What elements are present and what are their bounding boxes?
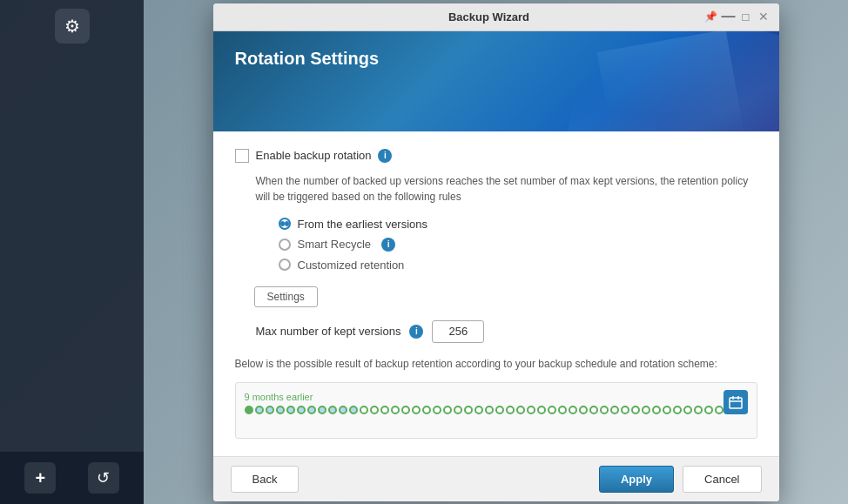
radio-row-smart: Smart Recycle i [279, 238, 757, 252]
below-description: Below is the possible result of backup r… [235, 356, 757, 372]
pin-button[interactable]: 📌 [704, 10, 718, 24]
timeline-dot [422, 406, 431, 414]
radio-row-earliest: From the earliest versions [279, 218, 757, 231]
timeline-dot [339, 406, 347, 414]
max-versions-row: Max number of kept versions i [256, 320, 757, 343]
radio-label-smart: Smart Recycle [298, 238, 372, 251]
add-button[interactable]: + [24, 462, 56, 494]
close-button[interactable]: ✕ [757, 10, 771, 24]
timeline-dot [558, 406, 567, 414]
timeline-dot [652, 406, 661, 414]
timeline-dot [589, 406, 598, 414]
timeline-dot [663, 406, 671, 414]
title-bar-controls: 📌 — □ ✕ [704, 10, 771, 24]
history-button[interactable]: ↺ [88, 462, 119, 494]
timeline-dot [579, 406, 588, 414]
footer: Back Apply Cancel [213, 456, 779, 501]
timeline-dot [276, 406, 285, 414]
timeline-dot [433, 406, 441, 414]
timeline-label: 9 months earlier [245, 392, 748, 402]
timeline-dot [516, 406, 525, 414]
timeline-dot [328, 406, 337, 414]
header-banner: Rotation Settings [213, 31, 779, 131]
timeline-dot [621, 406, 629, 414]
timeline-dot [286, 406, 295, 414]
timeline-dot [401, 406, 410, 414]
taskbar-bottom: + ↺ [0, 452, 144, 504]
timeline-dot [474, 406, 483, 414]
header-title: Rotation Settings [235, 49, 757, 69]
timeline-track [245, 406, 748, 414]
cancel-button[interactable]: Cancel [683, 466, 761, 493]
apply-button[interactable]: Apply [599, 466, 674, 493]
settings-button-wrapper: Settings [235, 285, 757, 320]
timeline-dot [370, 406, 379, 414]
radio-earliest[interactable] [279, 218, 291, 230]
timeline-dot [600, 406, 609, 414]
timeline-dot [318, 406, 326, 414]
timeline-dot [527, 406, 535, 414]
minimize-button[interactable]: — [722, 10, 736, 24]
timeline-dot [307, 406, 316, 414]
max-versions-input[interactable] [432, 320, 484, 343]
timeline-dots [255, 406, 748, 414]
timeline-dot [715, 406, 723, 414]
title-bar: Backup Wizard 📌 — □ ✕ [213, 3, 779, 31]
enable-rotation-checkbox[interactable] [235, 149, 249, 163]
calendar-icon[interactable] [723, 390, 748, 414]
content-area: Enable backup rotation i When the number… [213, 131, 779, 456]
radio-group: From the earliest versions Smart Recycle… [279, 218, 757, 272]
max-versions-label: Max number of kept versions [256, 325, 401, 338]
enable-rotation-info-icon[interactable]: i [378, 149, 392, 163]
timeline-dot [506, 406, 515, 414]
maximize-button[interactable]: □ [739, 10, 753, 24]
timeline-dot [704, 406, 713, 414]
timeline-dot [485, 406, 494, 414]
timeline-dot [266, 406, 274, 414]
svg-rect-0 [730, 398, 742, 408]
radio-label-custom: Customized retention [298, 259, 405, 272]
timeline-area: 9 months earlier [235, 382, 757, 439]
timeline-dot [443, 406, 452, 414]
settings-button[interactable]: Settings [254, 286, 318, 307]
timeline-dot [537, 406, 546, 414]
timeline-dot [548, 406, 556, 414]
timeline-dot [610, 406, 619, 414]
timeline-dot [297, 406, 306, 414]
modal-overlay: Backup Wizard 📌 — □ ✕ Rotation Settings … [144, 0, 848, 504]
app-icon[interactable]: ⚙ [55, 9, 90, 44]
timeline-dot [683, 406, 692, 414]
timeline-dot [694, 406, 703, 414]
timeline-dot [454, 406, 462, 414]
timeline-dot [464, 406, 473, 414]
backup-wizard-modal: Backup Wizard 📌 — □ ✕ Rotation Settings … [213, 3, 779, 501]
timeline-dot [495, 406, 504, 414]
timeline-dot [349, 406, 358, 414]
timeline-start-dot [245, 406, 253, 414]
radio-smart[interactable] [279, 239, 291, 251]
timeline-dot [631, 406, 640, 414]
timeline-dot [412, 406, 421, 414]
max-versions-info-icon[interactable]: i [409, 325, 423, 339]
timeline-dot [569, 406, 577, 414]
timeline-dot [642, 406, 650, 414]
desktop: ⚙ + ↺ Backup Wizard 📌 — □ ✕ [0, 0, 848, 504]
radio-custom[interactable] [279, 259, 291, 271]
modal-title: Backup Wizard [274, 10, 704, 24]
back-button[interactable]: Back [231, 466, 299, 493]
timeline-dot [380, 406, 389, 414]
timeline-dot [360, 406, 368, 414]
smart-recycle-info-icon[interactable]: i [381, 238, 395, 252]
timeline-dot [391, 406, 400, 414]
radio-label-earliest: From the earliest versions [298, 218, 428, 231]
footer-right: Apply Cancel [599, 466, 762, 493]
enable-rotation-row: Enable backup rotation i [235, 149, 757, 163]
timeline-dot [255, 406, 264, 414]
rotation-description: When the number of backed up versions re… [256, 173, 757, 205]
taskbar: ⚙ + ↺ [0, 0, 144, 504]
radio-row-custom: Customized retention [279, 259, 757, 272]
timeline-dot [673, 406, 682, 414]
enable-rotation-label: Enable backup rotation [256, 149, 372, 162]
